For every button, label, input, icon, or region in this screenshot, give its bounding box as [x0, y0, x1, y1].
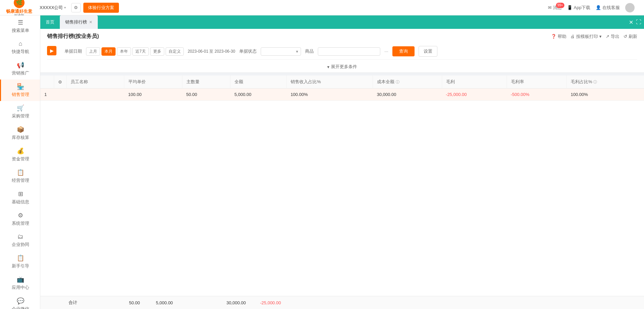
- page-title: 销售排行榜(按业务员): [47, 33, 99, 40]
- more-filters-dots[interactable]: ···: [384, 49, 388, 54]
- goods-input[interactable]: [318, 47, 380, 56]
- expand-down-icon: ▾: [327, 64, 330, 69]
- tab-close-icon[interactable]: ✕: [89, 20, 92, 24]
- help-label: 帮助: [558, 34, 566, 40]
- filter-arrow-button[interactable]: ▶: [47, 46, 56, 55]
- date-range-display: 2023-06-01 至 2023-06-30: [188, 49, 235, 54]
- tab-bar: 首页 销售排行榜 ✕ ✕ ⛶: [40, 15, 644, 29]
- cell-amount: 5,000.00: [230, 89, 287, 101]
- footer-qty: 50.00: [125, 300, 152, 305]
- table-footer: 合计 50.00 5,000.00 30,000.00 -25,000.00: [40, 296, 644, 309]
- col-qty: 主数量: [182, 75, 230, 89]
- sidebar-label-quicknav: 快捷导航: [12, 49, 29, 55]
- purchase-icon: 🛒: [17, 104, 24, 112]
- col-amount: 全额: [230, 75, 287, 89]
- date-prev-month[interactable]: 上月: [86, 47, 100, 56]
- sidebar-label-marketing: 营销推广: [12, 70, 29, 76]
- chevron-down-icon: ▾: [64, 6, 66, 9]
- tab-sales-rank[interactable]: 销售排行榜 ✕: [60, 15, 98, 29]
- table-row: 1 100.00 50.00 5,000.00 100.00% 30,000.0…: [40, 89, 644, 101]
- sidebar-item-inventory[interactable]: 📦 库存核算: [0, 122, 40, 144]
- table-body: 1 100.00 50.00 5,000.00 100.00% 30,000.0…: [40, 89, 644, 101]
- tab-home[interactable]: 首页: [40, 15, 60, 29]
- cell-gear: [54, 89, 66, 101]
- company-selector[interactable]: XXXXX公司 ▾: [37, 5, 69, 11]
- app-label: App下载: [574, 5, 590, 11]
- col-gross: 毛利: [442, 75, 507, 89]
- sidebar-item-appstore[interactable]: 📺 应用中心: [0, 272, 40, 294]
- date-current-year[interactable]: 本年: [117, 47, 131, 56]
- col-gear[interactable]: ⚙: [54, 75, 66, 89]
- sidebar-label-appstore: 应用中心: [12, 285, 29, 291]
- company-name: XXXXX公司: [40, 5, 63, 11]
- content-area: 首页 销售排行榜 ✕ ✕ ⛶ 销售排行榜(按业务员) ❓ 帮助: [40, 15, 644, 309]
- refresh-button[interactable]: ↺ 刷新: [624, 34, 637, 40]
- template-print-label: 按模板打印: [576, 34, 598, 40]
- sidebar-label-enterprise: 企业协同: [12, 242, 29, 248]
- settings-icon[interactable]: ⚙: [71, 3, 81, 12]
- sidebar-item-purchase[interactable]: 🛒 采购管理: [0, 101, 40, 122]
- sidebar-item-marketing[interactable]: 📢 营销推广: [0, 58, 40, 80]
- sidebar-item-system[interactable]: ⚙ 系统管理: [0, 208, 40, 230]
- sidebar-item-wechat[interactable]: 💬 企业微信: [0, 294, 40, 309]
- sidebar-label-funds: 资金管理: [12, 156, 29, 162]
- cost-info-icon: ⓘ: [396, 80, 399, 84]
- gross-pct-info-icon: ⓘ: [593, 80, 597, 84]
- avatar[interactable]: [625, 3, 635, 12]
- col-gross-rate: 毛利率: [507, 75, 567, 89]
- sidebar-item-enterprise[interactable]: 🗂 企业协同: [0, 230, 40, 251]
- col-gross-pct: 毛利占比% ⓘ: [567, 75, 644, 89]
- message-button[interactable]: ✉ 消息 99+: [548, 5, 562, 11]
- tab-sales-rank-label: 销售排行榜: [65, 19, 87, 25]
- cell-gross: -25,000.00: [442, 89, 507, 101]
- sidebar-item-search[interactable]: ☰ 搜索菜单: [0, 15, 40, 37]
- page-title-row: 销售排行榜(按业务员) ❓ 帮助 🖨 按模板打印 ▾ ↗: [47, 33, 637, 43]
- tab-minimize-icon[interactable]: ✕: [629, 19, 633, 25]
- footer-gross: -25,000.00: [256, 300, 290, 305]
- main-layout: ☰ 搜索菜单 ⌂ 快捷导航 📢 营销推广 🏪 销售管理 🛒 采购管理 📦 库存核…: [0, 15, 644, 309]
- service-icon: 👤: [596, 5, 601, 10]
- footer-label: 合计: [65, 300, 98, 306]
- industry-button[interactable]: 体验行业方案: [83, 3, 119, 13]
- date-more[interactable]: 更多: [150, 47, 164, 56]
- date-7days[interactable]: 近7天: [132, 47, 149, 56]
- sidebar-label-guide: 新手引导: [12, 263, 29, 269]
- sidebar-label-basics: 基础信息: [12, 199, 29, 205]
- page-actions: ❓ 帮助 🖨 按模板打印 ▾ ↗ 导出 ↺: [551, 34, 637, 40]
- appstore-icon: 📺: [17, 276, 24, 283]
- topbar: 🌿 畅康通好生意 标准版 XXXXX公司 ▾ ⚙ 体验行业方案 ✉ 消息 99+…: [0, 0, 644, 15]
- col-cost: 成本全额 ⓘ: [373, 75, 442, 89]
- tab-bar-right: ✕ ⛶: [629, 19, 644, 25]
- sidebar-item-funds[interactable]: 💰 资金管理: [0, 144, 40, 165]
- status-select-wrap: [261, 47, 301, 56]
- query-button[interactable]: 查询: [392, 46, 415, 56]
- sidebar-item-quicknav[interactable]: ⌂ 快捷导航: [0, 37, 40, 58]
- tab-home-label: 首页: [46, 19, 54, 25]
- filter-row-main: 单据日期 上月 本月 本年 近7天 更多 自定义 2023-06-01 至 20…: [65, 46, 637, 57]
- sidebar-item-guide[interactable]: 📋 新手引导: [0, 251, 40, 272]
- tab-expand-icon[interactable]: ⛶: [636, 19, 641, 25]
- print-chevron-icon: ▾: [599, 34, 602, 39]
- expand-button[interactable]: ▾ 展开更多条件: [327, 61, 357, 70]
- table-wrap: ⚙ 员工名称 平均单价 主数量 全额 销售收入占比% 成本全额 ⓘ 毛利 毛利率…: [40, 75, 644, 296]
- sidebar-item-sales[interactable]: 🏪 销售管理: [0, 80, 40, 101]
- filter-group: 单据日期 上月 本月 本年 近7天 更多 自定义 2023-06-01 至 20…: [65, 46, 637, 57]
- app-download-button[interactable]: 📱 App下载: [567, 5, 590, 11]
- online-service-button[interactable]: 👤 在线客服: [596, 5, 620, 11]
- sidebar-item-basics[interactable]: ⊞ 基础信息: [0, 187, 40, 208]
- help-button[interactable]: ❓ 帮助: [551, 34, 566, 40]
- enterprise-icon: 🗂: [17, 233, 24, 240]
- date-custom[interactable]: 自定义: [166, 47, 184, 56]
- sidebar-item-operation[interactable]: 📋 经营管理: [0, 165, 40, 187]
- export-icon: ↗: [606, 34, 609, 39]
- topbar-right: ✉ 消息 99+ 📱 App下载 👤 在线客服: [548, 3, 640, 12]
- sidebar: ☰ 搜索菜单 ⌂ 快捷导航 📢 营销推广 🏪 销售管理 🛒 采购管理 📦 库存核…: [0, 15, 40, 309]
- settings-button[interactable]: 设置: [419, 46, 437, 57]
- export-button[interactable]: ↗ 导出: [606, 34, 619, 40]
- sidebar-label-purchase: 采购管理: [12, 113, 29, 119]
- status-select[interactable]: [261, 47, 301, 56]
- goods-label: 商品: [305, 48, 314, 54]
- date-current-month[interactable]: 本月: [101, 47, 116, 56]
- sales-icon: 🏪: [17, 83, 24, 90]
- template-print-button[interactable]: 🖨 按模板打印 ▾: [570, 34, 602, 40]
